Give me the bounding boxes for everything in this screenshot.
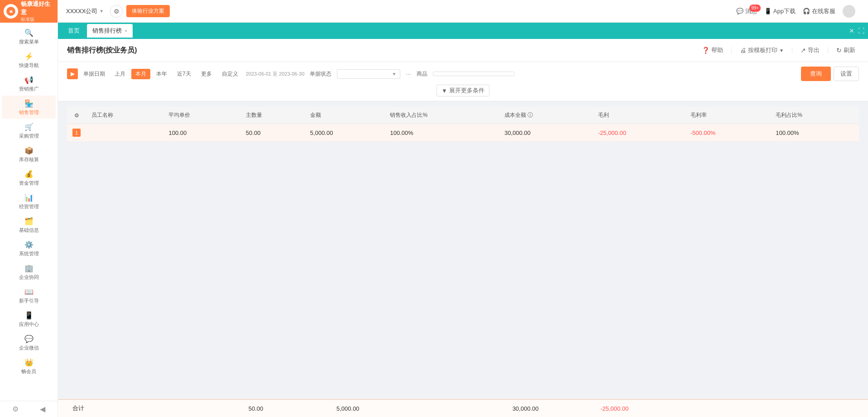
- help-button[interactable]: ❓ 帮助: [698, 44, 727, 56]
- divider3: [828, 47, 828, 53]
- logo-sub: 标准版: [21, 16, 54, 23]
- refresh-icon: ↻: [836, 47, 842, 54]
- cell-revenue-pct: 100.00%: [384, 124, 499, 142]
- sidebar-item-basics[interactable]: 🗂️ 基础信息: [2, 213, 56, 236]
- inventory-icon: 📦: [24, 146, 34, 155]
- sidebar-item-finance[interactable]: 💰 资金管理: [2, 166, 56, 189]
- sidebar: 畅 畅康通好生意 标准版 🔍 搜索菜单 ⚡ 快捷导航 📢 营销推广 🏪 销售管理…: [0, 0, 58, 417]
- cell-amount: 5,000.00: [305, 124, 385, 142]
- sidebar-item-inventory[interactable]: 📦 库存核算: [2, 143, 56, 166]
- sidebar-item-system[interactable]: ⚙️ 系统管理: [2, 237, 56, 260]
- refresh-button[interactable]: ↻ 刷新: [833, 44, 859, 56]
- footer-amount: 5,000.00: [331, 405, 419, 412]
- help-icon: ❓: [702, 47, 710, 54]
- footer-label: 合计: [67, 404, 155, 412]
- date-btn-this-month[interactable]: 本月: [131, 69, 150, 79]
- cell-gross-pct: 100.00%: [770, 124, 859, 142]
- sidebar-logo: 畅 畅康通好生意 标准版: [0, 0, 58, 23]
- query-button[interactable]: 查询: [801, 67, 831, 81]
- apps-label: 应用中心: [19, 321, 39, 328]
- cell-rank: 1: [67, 124, 86, 142]
- status-select-arrow: ▼: [392, 72, 396, 77]
- date-btn-more[interactable]: 更多: [197, 69, 216, 79]
- tab-label: 销售排行榜: [92, 27, 122, 35]
- tab-close-icon[interactable]: ×: [125, 28, 127, 34]
- filter-action-buttons: 查询 设置: [801, 67, 859, 81]
- guide-icon: 📖: [24, 288, 34, 296]
- date-range: 2023-06-01 至 2023-06-30: [246, 71, 305, 77]
- sidebar-item-apps[interactable]: 📱 应用中心: [2, 307, 56, 331]
- sidebar-item-marketing[interactable]: 📢 营销推广: [2, 72, 56, 95]
- filter-bar: ▶ 单据日期 上月 本月 本年 近7天 更多 自定义 2023-06-01 至 …: [58, 62, 868, 101]
- footer-cost: 30,000.00: [507, 405, 595, 412]
- guide-label: 新手引导: [19, 297, 39, 304]
- filter-expand-arrow[interactable]: ▶: [67, 68, 78, 79]
- sidebar-item-sales[interactable]: 🏪 销售管理: [2, 96, 56, 119]
- close-window-icon[interactable]: ✕: [849, 27, 854, 34]
- date-btn-custom[interactable]: 自定义: [218, 69, 242, 79]
- maximize-icon[interactable]: ⛶: [858, 27, 864, 34]
- purchase-label: 采购管理: [19, 133, 39, 139]
- search-bill-label: 搜索菜单: [19, 38, 39, 45]
- cell-qty: 50.00: [240, 124, 305, 142]
- goods-select[interactable]: [433, 72, 514, 76]
- date-btn-last-month[interactable]: 上月: [110, 69, 129, 79]
- sidebar-bottom: ⚙ ◀: [0, 401, 58, 417]
- sales-label: 销售管理: [19, 109, 39, 116]
- sidebar-item-member[interactable]: 👑 畅会员: [2, 355, 56, 378]
- finance-label: 资金管理: [19, 180, 39, 187]
- status-label: 单据状态: [310, 70, 331, 78]
- rank-icon: 1: [72, 129, 81, 137]
- cell-cost: 30,000.00: [499, 124, 593, 142]
- wechat-label: 企业微信: [19, 345, 39, 351]
- sidebar-item-operations[interactable]: 📊 经营管理: [2, 190, 56, 213]
- company-name: XXXXX公司: [66, 7, 97, 15]
- table-footer: 合计 50.00 5,000.00 30,000.00 -25,000.00: [58, 399, 868, 417]
- quick-nav-icon: ⚡: [24, 52, 34, 61]
- th-gross: 毛利: [593, 107, 685, 124]
- sidebar-item-search-bill[interactable]: 🔍 搜索菜单: [2, 25, 56, 48]
- expand-down-icon: ▼: [441, 87, 447, 94]
- sidebar-item-purchase[interactable]: 🛒 采购管理: [2, 119, 56, 142]
- date-btn-7days[interactable]: 近7天: [173, 69, 195, 79]
- template-print-button[interactable]: 🖨 按模板打印 ▼: [736, 44, 787, 56]
- tab-sales-ranking[interactable]: 销售排行榜 ×: [87, 24, 133, 38]
- th-amount: 金额: [305, 107, 385, 124]
- operations-icon: 📊: [24, 193, 34, 202]
- avatar[interactable]: [843, 5, 855, 18]
- quick-nav-label: 快捷导航: [19, 62, 39, 69]
- export-button[interactable]: ↗ 导出: [797, 44, 823, 56]
- marketing-label: 营销推广: [19, 86, 39, 92]
- message-button[interactable]: 💬 消息 99+: [736, 7, 757, 15]
- inventory-label: 库存核算: [19, 156, 39, 163]
- date-btn-this-year[interactable]: 本年: [152, 69, 171, 79]
- settings-button[interactable]: ⚙: [110, 5, 123, 18]
- collapse-icon[interactable]: ◀: [40, 405, 45, 413]
- logo-icon: 畅: [4, 4, 18, 19]
- tab-home[interactable]: 首页: [62, 24, 86, 38]
- sidebar-item-enterprise[interactable]: 🏢 企业协同: [2, 260, 56, 283]
- filter-more-dots[interactable]: ···: [406, 70, 411, 77]
- sidebar-item-guide[interactable]: 📖 新手引导: [2, 284, 56, 307]
- basics-label: 基础信息: [19, 227, 39, 234]
- status-select[interactable]: ▼: [337, 69, 400, 79]
- data-table: ⚙ 员工名称 平均单价 主数量 金额 销售收入占比% 成本全额 ⓘ 毛利 毛利率…: [67, 107, 859, 142]
- enterprise-icon: 🏢: [24, 264, 34, 273]
- message-badge: 99+: [749, 5, 761, 12]
- online-service-button[interactable]: 🎧 在线客服: [803, 7, 835, 15]
- sidebar-item-quick-nav[interactable]: ⚡ 快捷导航: [2, 48, 56, 72]
- settings-icon[interactable]: ⚙: [12, 405, 19, 413]
- message-icon: 💬: [736, 8, 743, 14]
- column-settings-button[interactable]: 设置: [834, 67, 859, 81]
- top-header: XXXXX公司 ▼ ⚙ 体验行业方案 💬 消息 99+ 📱 App下载 🎧 在线…: [58, 0, 868, 23]
- page-title: 销售排行榜(按业务员): [67, 46, 137, 55]
- member-label: 畅会员: [21, 368, 36, 375]
- company-selector[interactable]: XXXXX公司 ▼: [63, 5, 106, 17]
- app-download-button[interactable]: 📱 App下载: [764, 7, 796, 15]
- enterprise-label: 企业协同: [19, 274, 39, 281]
- page-header: 销售排行榜(按业务员) ❓ 帮助 🖨 按模板打印 ▼ ↗ 导出: [58, 39, 868, 62]
- sidebar-item-wechat[interactable]: 💬 企业微信: [2, 331, 56, 354]
- expand-conditions-button[interactable]: ▼ 展开更多条件: [436, 85, 489, 96]
- sales-icon: 🏪: [24, 99, 34, 108]
- industry-button[interactable]: 体验行业方案: [126, 5, 170, 17]
